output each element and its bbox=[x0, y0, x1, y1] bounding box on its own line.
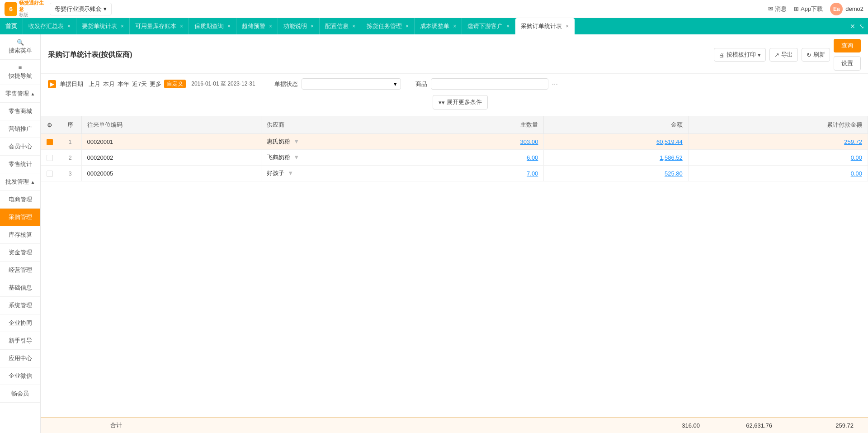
date-label: 单据日期 bbox=[60, 80, 83, 88]
refresh-button[interactable]: ↻ 刷新 bbox=[802, 48, 830, 62]
tab-chaochuo[interactable]: 超储预警 × bbox=[236, 18, 278, 34]
setting-button[interactable]: 设置 bbox=[834, 56, 861, 71]
custom-date-badge[interactable]: 自定义 bbox=[164, 80, 186, 88]
row-qty[interactable]: 6.00 bbox=[431, 150, 544, 166]
shortcut-last-month[interactable]: 上月 bbox=[89, 80, 100, 88]
print-button[interactable]: 🖨 按模板打印 ▾ bbox=[714, 48, 766, 62]
row-amount[interactable]: 525.80 bbox=[544, 166, 688, 181]
close-tab-yaoqing[interactable]: × bbox=[506, 24, 509, 29]
sidebar-item-operation[interactable]: 经营管理 bbox=[0, 262, 40, 279]
tab-shoufaya[interactable]: 收发存汇总表 × bbox=[23, 18, 76, 34]
shortcut-more[interactable]: 更多 bbox=[150, 80, 161, 88]
sidebar-item-retail[interactable]: 零售管理 ▲ bbox=[0, 85, 40, 103]
filter-toggle[interactable]: ▶ bbox=[48, 78, 56, 88]
tab-baobao[interactable]: 保质期查询 × bbox=[189, 18, 236, 34]
row-expand-icon[interactable]: ▼ bbox=[293, 138, 299, 145]
goods-more-icon[interactable]: ··· bbox=[552, 80, 558, 88]
shortcut-this-month[interactable]: 本月 bbox=[103, 80, 115, 88]
close-tab-peizhi[interactable]: × bbox=[352, 24, 355, 29]
sidebar-item-batch[interactable]: 批发管理 ▲ bbox=[0, 173, 40, 191]
close-tab-yaohuo[interactable]: × bbox=[121, 24, 124, 29]
tab-close-all-icon[interactable]: ✕ bbox=[850, 23, 855, 30]
settings-icon[interactable]: ⚙ bbox=[47, 122, 52, 128]
filter-expand-icon[interactable]: ▶ bbox=[48, 80, 56, 88]
shortcut-this-year[interactable]: 本年 bbox=[118, 80, 129, 88]
sidebar-item-member[interactable]: 会员中心 bbox=[0, 138, 40, 156]
row-code: 00020002 bbox=[81, 150, 261, 166]
close-tab-gongneng[interactable]: × bbox=[311, 24, 314, 29]
tab-peizhi[interactable]: 配置信息 × bbox=[320, 18, 361, 34]
shortcut-7days[interactable]: 近7天 bbox=[132, 80, 147, 88]
sidebar-item-inventory[interactable]: 库存核算 bbox=[0, 226, 40, 244]
row-supplier: 飞鹤奶粉 ▼ bbox=[261, 150, 431, 166]
tab-gongneng[interactable]: 功能说明 × bbox=[278, 18, 320, 34]
sidebar-item-appcenter[interactable]: 应用中心 bbox=[0, 350, 40, 367]
export-button[interactable]: ↗ 导出 bbox=[769, 48, 798, 62]
row-amount[interactable]: 60,519.44 bbox=[544, 134, 688, 150]
row-checkbox[interactable] bbox=[41, 134, 59, 150]
row-qty[interactable]: 7.00 bbox=[431, 166, 544, 181]
checkbox-icon[interactable] bbox=[47, 139, 53, 145]
close-tab-chengben[interactable]: × bbox=[453, 24, 456, 29]
footer-label: 合计 bbox=[105, 421, 195, 429]
filter-inputs: 单据日期 上月 本月 本年 近7天 更多 自定义 2016-01-01 至 20… bbox=[60, 78, 861, 111]
user-info[interactable]: Ea demo2 bbox=[830, 3, 863, 15]
top-bar: 6 畅捷通好生意 标版 母婴行业演示账套 ▾ ✉ 消息 ⊞ App下载 Ea d… bbox=[0, 0, 868, 18]
tab-yaoqing[interactable]: 邀请下游客户 × bbox=[462, 18, 515, 34]
row-paid[interactable]: 0.00 bbox=[688, 166, 868, 181]
row-checkbox[interactable] bbox=[41, 150, 59, 166]
close-tab-chaochuo[interactable]: × bbox=[269, 24, 272, 29]
workspace-selector[interactable]: 母婴行业演示账套 ▾ bbox=[50, 3, 112, 15]
close-tab-caigou[interactable]: × bbox=[566, 24, 569, 29]
query-button[interactable]: 查询 bbox=[834, 39, 861, 52]
row-paid[interactable]: 259.72 bbox=[688, 134, 868, 150]
expand-more-button[interactable]: ▾▾ 展开更多条件 bbox=[433, 95, 488, 109]
row-amount[interactable]: 1,586.52 bbox=[544, 150, 688, 166]
row-paid[interactable]: 0.00 bbox=[688, 150, 868, 166]
app-download-button[interactable]: ⊞ App下载 bbox=[794, 5, 823, 13]
sidebar-item-purchase[interactable]: 采购管理 bbox=[0, 209, 40, 226]
tab-tuohuo[interactable]: 拣货任务管理 × bbox=[361, 18, 415, 34]
checkbox-icon[interactable] bbox=[47, 155, 53, 161]
checkbox-icon[interactable] bbox=[47, 171, 53, 177]
sidebar-item-quicknav[interactable]: ≡ 快捷导航 bbox=[0, 60, 40, 85]
status-select[interactable]: ▾ bbox=[302, 78, 401, 90]
tab-yaohuo[interactable]: 要货单统计表 × bbox=[76, 18, 130, 34]
row-qty[interactable]: 303.00 bbox=[431, 134, 544, 150]
message-icon: ✉ bbox=[768, 5, 773, 12]
table-row[interactable]: 2 00020002 飞鹤奶粉 ▼ 6.00 1,586.52 0.00 bbox=[41, 150, 868, 166]
sidebar-item-finance[interactable]: 资金管理 bbox=[0, 244, 40, 262]
row-checkbox[interactable] bbox=[41, 166, 59, 181]
table-row[interactable]: 1 00020001 惠氏奶粉 ▼ 303.00 60,519.44 259.7… bbox=[41, 134, 868, 150]
goods-input[interactable] bbox=[431, 78, 548, 90]
date-range-display: 2016-01-01 至 2023-12-31 bbox=[191, 80, 255, 88]
row-no: 1 bbox=[59, 134, 81, 150]
tab-home[interactable]: 首页 bbox=[0, 18, 23, 34]
sidebar-item-ecommerce[interactable]: 电商管理 bbox=[0, 191, 40, 209]
close-tab-shoufaya[interactable]: × bbox=[67, 24, 71, 29]
tab-expand-icon[interactable]: ⤡ bbox=[859, 23, 864, 30]
close-tab-tuohuo[interactable]: × bbox=[406, 24, 409, 29]
sidebar-item-newguide[interactable]: 新手引导 bbox=[0, 332, 40, 350]
tab-caigou[interactable]: 采购订单统计表 × bbox=[515, 18, 575, 34]
sidebar-item-shop[interactable]: 零售商城 bbox=[0, 103, 40, 120]
sidebar-item-enterprise[interactable]: 企业协同 bbox=[0, 314, 40, 332]
tab-chengben[interactable]: 成本调整单 × bbox=[415, 18, 462, 34]
col-paid: 累计付款金额 bbox=[688, 116, 868, 134]
sidebar-item-system[interactable]: 系统管理 bbox=[0, 297, 40, 314]
sidebar-item-corpwx[interactable]: 企业微信 bbox=[0, 367, 40, 385]
close-tab-baobao[interactable]: × bbox=[227, 24, 231, 29]
logo: 6 畅捷通好生意 标版 bbox=[5, 0, 45, 17]
sidebar-item-retail-stat[interactable]: 零售统计 bbox=[0, 156, 40, 173]
row-expand-icon[interactable]: ▼ bbox=[288, 170, 293, 176]
row-expand-icon[interactable]: ▼ bbox=[293, 154, 299, 161]
sidebar-item-search[interactable]: 🔍 搜索英单 bbox=[0, 34, 40, 60]
sidebar-item-marketing[interactable]: 营销推广 bbox=[0, 120, 40, 138]
sidebar-item-basic[interactable]: 基础信息 bbox=[0, 279, 40, 297]
close-tab-keyong[interactable]: × bbox=[180, 24, 183, 29]
col-settings[interactable]: ⚙ bbox=[41, 116, 59, 134]
sidebar-item-vip[interactable]: 畅会员 bbox=[0, 385, 40, 403]
message-button[interactable]: ✉ 消息 bbox=[768, 5, 787, 13]
tab-keyong[interactable]: 可用量库存账本 × bbox=[130, 18, 189, 34]
table-row[interactable]: 3 00020005 好孩子 ▼ 7.00 525.80 0.00 bbox=[41, 166, 868, 181]
